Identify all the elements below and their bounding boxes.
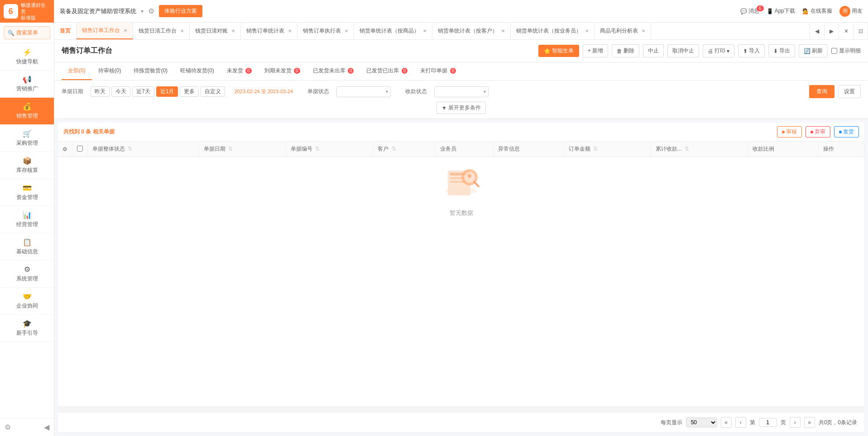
- online-service-btn[interactable]: 💁 在线客服: [802, 7, 832, 15]
- col-staff: 业务员: [436, 142, 494, 157]
- table-head: ⚙ 单据整体状态 ⇅ 单据日期 ⇅: [58, 142, 864, 157]
- tab-close-all-btn[interactable]: ✕: [839, 23, 854, 40]
- date-7days-btn[interactable]: 近7天: [132, 86, 154, 97]
- sub-tab-not-printed[interactable]: 未打印单据 0: [414, 62, 462, 80]
- tab-margin-analysis[interactable]: 商品毛利分析表 ✕: [595, 23, 651, 39]
- sidebar-item-inventory[interactable]: 📦 库存核算: [0, 152, 54, 179]
- select-all-checkbox[interactable]: [77, 146, 83, 152]
- date-yesterday-btn[interactable]: 昨天: [91, 86, 110, 97]
- new-btn[interactable]: + 新增: [583, 44, 608, 57]
- page-number-input[interactable]: [759, 418, 777, 427]
- header-dropdown-icon[interactable]: ▾: [141, 8, 144, 14]
- col-collected[interactable]: 累计收款... ⇅: [651, 142, 748, 157]
- print-btn[interactable]: 🖨 打印 ▾: [703, 44, 734, 57]
- sub-tab-pending-inspect[interactable]: 待拣货验货(0): [127, 62, 174, 80]
- sub-tab-not-shipped[interactable]: 未发货 0: [221, 62, 258, 80]
- expand-btn[interactable]: ▼ 展开更多条件: [436, 102, 486, 114]
- cancel-stop-btn[interactable]: 取消中止: [667, 44, 699, 57]
- date-1month-btn[interactable]: 近1月: [156, 86, 178, 97]
- tab-sales-sum-staff[interactable]: 销货单统计表（按业务员） ✕: [511, 23, 595, 39]
- tab-close-sales-workbench[interactable]: ✕: [124, 28, 127, 33]
- tab-sales-workbench[interactable]: 销售订单工作台 ✕: [77, 23, 133, 39]
- sub-tab-pending-review[interactable]: 待审核(0): [92, 62, 128, 80]
- sub-tab-shipped-out[interactable]: 已发货已出库 0: [360, 62, 414, 80]
- tab-close-sales-exec[interactable]: ✕: [345, 28, 348, 33]
- tab-cash-reconcile[interactable]: 钱货日清对账 ✕: [190, 23, 241, 39]
- sidebar-item-enterprise[interactable]: 🤝 企业协同: [0, 288, 54, 315]
- last-page-btn[interactable]: »: [804, 417, 815, 428]
- tab-sales-stats[interactable]: 销售订单统计表 ✕: [241, 23, 297, 39]
- tab-close-sales-sum-customer[interactable]: ✕: [501, 28, 505, 33]
- delete-btn[interactable]: 🗑 删除: [612, 44, 639, 57]
- sidebar-item-operation[interactable]: 📊 经营管理: [0, 206, 54, 233]
- tab-close-sales-sum-product[interactable]: ✕: [423, 28, 427, 33]
- show-detail-checkbox[interactable]: [831, 48, 837, 54]
- date-more-btn[interactable]: 更多: [180, 86, 199, 97]
- col-date[interactable]: 单据日期 ⇅: [199, 142, 286, 157]
- app-download-btn[interactable]: 📱 App下载: [767, 7, 795, 15]
- sidebar-item-sales[interactable]: 💰 销售管理: [0, 98, 54, 125]
- review-btn[interactable]: 审核: [777, 126, 802, 137]
- user-avatar: 用: [839, 6, 850, 17]
- user-menu[interactable]: 用 用友: [839, 6, 863, 17]
- date-custom-btn[interactable]: 自定义: [201, 86, 225, 97]
- dereview-btn[interactable]: 弃审: [806, 126, 830, 137]
- stop-btn[interactable]: 中止: [643, 44, 664, 57]
- sidebar-item-marketing[interactable]: 📢 营销推广: [0, 71, 54, 98]
- header-gear-icon[interactable]: ⚙: [148, 7, 154, 15]
- not-printed-badge: 0: [450, 68, 456, 74]
- tab-close-sales-sum-staff[interactable]: ✕: [585, 28, 589, 33]
- page-size-select[interactable]: 50 10 20 100: [686, 417, 717, 427]
- col-status[interactable]: 单据整体状态 ⇅: [88, 142, 199, 157]
- import-btn[interactable]: ⬆ 导入: [738, 44, 765, 57]
- date-today-btn[interactable]: 今天: [111, 86, 130, 97]
- tab-sales-sum-customer[interactable]: 销货单统计表（按客户） ✕: [432, 23, 511, 39]
- collect-select[interactable]: [434, 86, 489, 97]
- ship-btn[interactable]: 发货: [834, 126, 859, 137]
- first-page-btn[interactable]: «: [721, 417, 732, 428]
- sidebar-item-guide[interactable]: 🎓 新手引导: [0, 315, 54, 342]
- export-btn[interactable]: ⬇ 导出: [768, 44, 795, 57]
- tab-home[interactable]: 首页: [54, 23, 77, 39]
- horizontal-scrollbar[interactable]: [58, 407, 864, 412]
- tab-prev-btn[interactable]: ◀: [810, 23, 825, 40]
- tab-sales-sum-product[interactable]: 销货单统计表（按商品） ✕: [354, 23, 432, 39]
- col-amount[interactable]: 订单金额 ⇅: [564, 142, 651, 157]
- tab-close-cash-daily[interactable]: ✕: [180, 28, 184, 33]
- tab-next-btn[interactable]: ▶: [825, 23, 839, 40]
- sidebar-item-base-info[interactable]: 📋 基础信息: [0, 233, 54, 261]
- prev-page-btn[interactable]: ‹: [735, 417, 746, 428]
- sidebar-settings-icon[interactable]: ⚙: [5, 423, 11, 431]
- svg-line-7: [474, 182, 479, 186]
- sidebar-item-finance[interactable]: 💳 资金管理: [0, 179, 54, 206]
- smart-gen-btn[interactable]: ⭐ 智能生单: [538, 45, 579, 57]
- sub-tab-shipped-not-out[interactable]: 已发货未出库 0: [307, 62, 360, 80]
- tab-close-margin-analysis[interactable]: ✕: [642, 28, 645, 33]
- next-page-btn[interactable]: ›: [790, 417, 801, 428]
- table-scroll[interactable]: ⚙ 单据整体状态 ⇅ 单据日期 ⇅: [58, 142, 864, 407]
- query-btn[interactable]: 查询: [809, 85, 834, 98]
- sidebar-item-quick-nav[interactable]: ⚡ 快捷导航: [0, 43, 54, 71]
- tab-close-sales-stats[interactable]: ✕: [288, 28, 292, 33]
- col-customer[interactable]: 客户 ⇅: [373, 142, 436, 157]
- status-select[interactable]: [336, 86, 391, 97]
- tab-cash-daily[interactable]: 钱货日清工作台 ✕: [133, 23, 190, 39]
- tab-sales-exec[interactable]: 销售订单执行表 ✕: [297, 23, 354, 39]
- show-detail-label[interactable]: 显示明细: [831, 47, 861, 55]
- tab-close-cash-reconcile[interactable]: ✕: [231, 28, 235, 33]
- tab-expand-btn[interactable]: ⊡: [854, 23, 868, 40]
- sidebar-collapse-icon[interactable]: ◀: [44, 423, 49, 431]
- set-btn[interactable]: 设置: [838, 85, 861, 98]
- col-number[interactable]: 单据编号 ⇅: [286, 142, 373, 157]
- refresh-btn[interactable]: 🔄 刷新: [799, 44, 828, 57]
- search-menu-button[interactable]: 🔍 搜索菜单: [4, 26, 50, 39]
- base-info-icon: 📋: [23, 238, 32, 246]
- sidebar-item-purchase[interactable]: 🛒 采购管理: [0, 125, 54, 152]
- message-btn[interactable]: 💬 6 消息: [740, 7, 759, 15]
- col-settings[interactable]: ⚙: [58, 142, 72, 157]
- sub-tab-overdue-not-shipped[interactable]: 到期未发货 0: [258, 62, 307, 80]
- sub-tab-all[interactable]: 全部(0): [62, 62, 92, 80]
- sub-tab-wangpu-pending[interactable]: 旺铺待发货(0): [174, 62, 221, 80]
- industry-btn[interactable]: 体验行业方案: [159, 5, 202, 17]
- sidebar-item-system[interactable]: ⚙ 系统管理: [0, 261, 54, 288]
